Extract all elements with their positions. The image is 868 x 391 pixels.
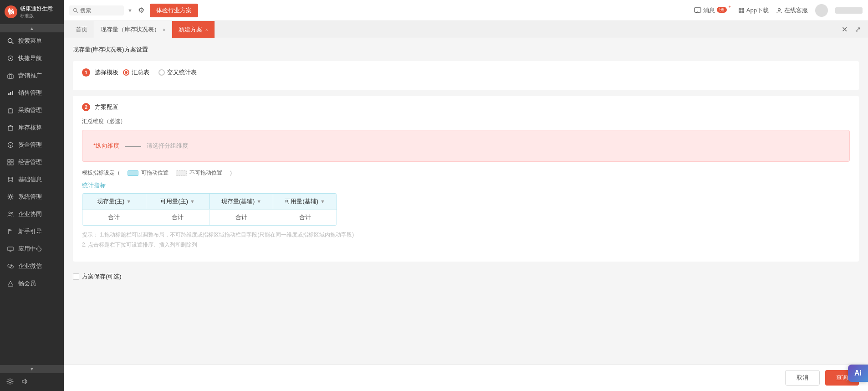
grid-icon xyxy=(6,158,15,166)
legend-non-draggable: 不可拖动位置 xyxy=(176,169,222,177)
sidebar-item-wechat[interactable]: 企业微信 xyxy=(0,257,64,275)
svg-point-27 xyxy=(9,380,11,383)
stats-col-0[interactable]: 现存量(主) ▼ xyxy=(82,194,146,209)
settings-icon[interactable] xyxy=(6,378,14,386)
hints-section: 提示： 1.拖动标题栏可以调整布局，不可跨维度或指标区域拖动栏目字段(只能在同一… xyxy=(82,226,850,254)
step2-header: 2 方案配置 xyxy=(82,103,850,111)
message-icon xyxy=(694,7,701,14)
tab-inventory-close-icon[interactable]: × xyxy=(163,27,165,32)
topbar: ▼ ⚙ 体验行业方案 消息 99 + App下载 在线客服 xyxy=(64,0,868,21)
topbar-search-icon xyxy=(73,8,78,13)
sidebar-item-purchase[interactable]: 采购管理 xyxy=(0,102,64,119)
stats-col-1-chevron[interactable]: ▼ xyxy=(190,199,195,204)
sidebar-item-enterprise[interactable]: 企业协同 xyxy=(0,206,64,223)
dimension-label: 汇总维度（必选） xyxy=(82,118,850,125)
sidebar-scroll-up[interactable]: ▲ xyxy=(0,25,64,32)
app-download-button[interactable]: App下载 xyxy=(738,6,769,15)
hint-1: 提示： 1.拖动标题栏可以调整布局，不可跨维度或指标区域拖动栏目字段(只能在同一… xyxy=(82,230,850,240)
sidebar-item-finance[interactable]: ¥ 资金管理 xyxy=(0,136,64,154)
stats-col-2[interactable]: 现存量(基辅) ▼ xyxy=(210,194,274,209)
radio-cross[interactable]: 交叉统计表 xyxy=(158,68,197,77)
stats-col-2-chevron[interactable]: ▼ xyxy=(256,199,261,204)
search-icon xyxy=(6,37,15,45)
message-badge-plus: + xyxy=(729,5,731,9)
sidebar-item-operation[interactable]: 经营管理 xyxy=(0,154,64,171)
svg-rect-6 xyxy=(8,93,10,95)
svg-rect-13 xyxy=(8,159,10,162)
topbar-search-box[interactable] xyxy=(69,5,124,15)
template-radio-group: 汇总表 交叉统计表 xyxy=(123,68,197,77)
stats-col-3[interactable]: 可用量(基辅) ▼ xyxy=(273,194,337,209)
tab-home[interactable]: 首页 xyxy=(69,21,94,38)
tabs-actions: ✕ ⤢ xyxy=(840,24,863,35)
sidebar-item-search-menu[interactable]: 搜索菜单 xyxy=(0,32,64,50)
save-checkbox[interactable] xyxy=(73,273,79,280)
save-checkbox-row[interactable]: 方案保存(可选) xyxy=(73,267,859,283)
sidebar-item-marketing[interactable]: 营销推广 xyxy=(0,67,64,84)
ai-fab-button[interactable]: Ai xyxy=(848,365,868,382)
sidebar-item-sales[interactable]: 销售管理 xyxy=(0,84,64,102)
topbar-chevron-icon: ▼ xyxy=(128,8,133,13)
tab-close-button[interactable]: ✕ xyxy=(840,24,849,35)
stats-col-1[interactable]: 可用量(主) ▼ xyxy=(146,194,210,209)
speaker-icon[interactable] xyxy=(21,378,28,386)
svg-point-17 xyxy=(8,177,13,179)
sidebar-item-quick-nav[interactable]: 快捷导航 xyxy=(0,50,64,67)
radio-summary[interactable]: 汇总表 xyxy=(123,68,149,77)
sidebar-item-inventory[interactable]: 库存核算 xyxy=(0,119,64,136)
search-input[interactable] xyxy=(80,7,117,14)
stats-col-3-chevron[interactable]: ▼ xyxy=(320,199,325,204)
tab-new-scheme[interactable]: 新建方案 × xyxy=(172,21,214,38)
legend-draggable: 可拖动位置 xyxy=(128,169,168,177)
dimension-separator: —— xyxy=(125,141,141,151)
svg-rect-22 xyxy=(8,247,13,251)
stats-table-header: 现存量(主) ▼ 可用量(主) ▼ 现存量(基辅) ▼ 可用量(基辅) xyxy=(82,194,337,209)
page-title: 现存量(库存状况表)方案设置 xyxy=(73,46,859,54)
footer: 取消 查询 xyxy=(64,364,868,391)
main-content: ▼ ⚙ 体验行业方案 消息 99 + App下载 在线客服 首页 现 xyxy=(64,0,868,391)
trial-button[interactable]: 体验行业方案 xyxy=(150,4,198,17)
sidebar-item-system[interactable]: 系统管理 xyxy=(0,188,64,206)
gear-icon xyxy=(6,193,15,201)
sidebar-item-app-center[interactable]: 应用中心 xyxy=(0,240,64,257)
cancel-button[interactable]: 取消 xyxy=(785,370,820,386)
customer-service-button[interactable]: 在线客服 xyxy=(776,6,808,15)
non-draggable-legend-box xyxy=(176,170,187,176)
tab-new-scheme-close-icon[interactable]: × xyxy=(205,27,208,32)
stats-cell-0: 合计 xyxy=(82,210,146,225)
sidebar-scroll-down[interactable]: ▼ xyxy=(0,365,64,373)
radio-summary-dot xyxy=(123,69,129,76)
tab-expand-button[interactable]: ⤢ xyxy=(853,24,863,35)
wechat-icon xyxy=(6,262,15,270)
stats-section-title: 统计指标 xyxy=(82,181,850,190)
sidebar-item-member[interactable]: 畅会员 xyxy=(0,275,64,292)
topbar-gear-icon[interactable]: ⚙ xyxy=(136,4,146,16)
bag-icon xyxy=(6,106,15,114)
draggable-legend-box xyxy=(128,170,138,176)
database-icon xyxy=(6,175,15,184)
compass-icon xyxy=(6,54,15,62)
sidebar-item-newbie[interactable]: 新手引导 xyxy=(0,223,64,240)
svg-rect-4 xyxy=(8,75,13,78)
svg-rect-7 xyxy=(10,92,11,95)
step1-badge: 1 xyxy=(82,68,90,77)
stats-col-0-chevron[interactable]: ▼ xyxy=(126,199,131,204)
svg-point-36 xyxy=(778,8,781,10)
dimension-required: *纵向维度 xyxy=(93,142,119,150)
coin-icon: ¥ xyxy=(6,141,15,149)
dimension-placeholder: 请选择分组维度 xyxy=(147,142,188,150)
sidebar-item-basic-info[interactable]: 基础信息 xyxy=(0,171,64,188)
flag-icon xyxy=(6,227,15,236)
stats-cell-1: 合计 xyxy=(146,210,210,225)
svg-point-19 xyxy=(9,212,10,214)
tab-inventory-status[interactable]: 现存量（库存状况表） × xyxy=(94,21,172,38)
box-icon xyxy=(6,123,15,132)
svg-rect-8 xyxy=(12,91,13,95)
gift-icon xyxy=(6,72,15,80)
message-button[interactable]: 消息 99 + xyxy=(694,6,730,15)
dimension-area[interactable]: *纵向维度 —— 请选择分组维度 xyxy=(82,130,850,162)
topbar-right: 消息 99 + App下载 在线客服 xyxy=(694,4,863,17)
indicators-label: 模板指标设定（ 可拖动位置 不可拖动位置 ） xyxy=(82,169,850,177)
chart-icon xyxy=(6,89,15,97)
step2-section: 2 方案配置 汇总维度（必选） *纵向维度 —— 请选择分组维度 模板指标设定（… xyxy=(73,96,859,262)
